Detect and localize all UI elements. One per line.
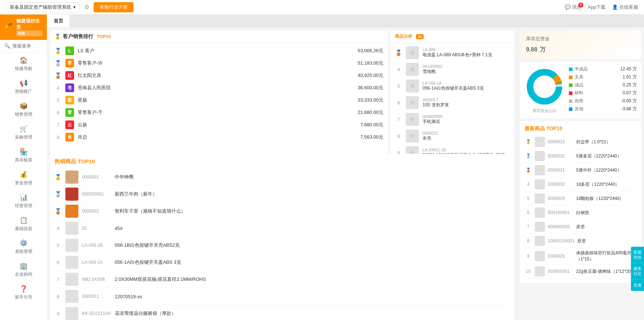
main-layout: 🍊 畅捷通好生意 标版 🔍 搜索菜单 🏠 快捷导航 📢 营销推广 📦 销售管理 … (0, 15, 644, 320)
inventory-icon: 🏪 (20, 148, 28, 156)
legend-dot (569, 67, 572, 71)
list-item: 🥇 0000033 封边带（1.0*22） (525, 135, 637, 149)
list-item: 5 LA-056-1B 056-1B白色按键开关壳ABS2克 (54, 237, 510, 254)
product-mid-ranking: 商品分析 Ai 🥉 图 LA-089 电池盖 LA-089 ABS本色+黑种 7… (391, 30, 514, 154)
table-row: 6 零 零售客户-于 21,680.00元 (50, 106, 388, 119)
sidebar-item-system[interactable]: ⚙️ 系统管理 (0, 235, 47, 258)
legend-item: 半成品 12.45 万 (569, 66, 637, 72)
app-download-btn[interactable]: App下载 (588, 4, 606, 11)
tabs-bar: 首页 (47, 15, 644, 28)
sidebar-search[interactable]: 🔍 搜索菜单 (0, 40, 47, 53)
float-btn-live[interactable]: 直播 (631, 280, 644, 291)
float-btn-service[interactable]: 客服热线 (631, 247, 644, 263)
table-row: 4 图 001000002 雪地靴 (391, 61, 514, 78)
donut-chart (525, 67, 564, 107)
product-thumb (535, 208, 545, 218)
guide-icon: ❓ (20, 285, 28, 293)
sidebar-item-finance[interactable]: 💰 资金管理 (0, 167, 47, 190)
list-item: 7 NB2.0X30B 2.0X30MM双搓花轴,搓花直径2.1MM/ROHS (54, 271, 510, 288)
basic-icon: 📋 (20, 216, 28, 224)
notification-btn[interactable]: 💬 消息 6 (565, 4, 582, 11)
sidebar-item-label: 采购管理 (15, 134, 32, 140)
chart-label: 库存资金占比 (533, 108, 557, 114)
sidebar-item-marketing[interactable]: 📢 营销推广 (0, 75, 47, 98)
inventory-total: 库存总资金 9.88 万 (520, 30, 641, 59)
right-panel: 库存总资金 9.88 万 (517, 28, 644, 320)
sidebar-item-enterprise[interactable]: 🏢 企业协同 (0, 258, 47, 281)
legend-item: 文具 1.01 万 (569, 74, 637, 80)
float-btn-community[interactable]: 服务社区 (631, 263, 644, 280)
legend-item: 材料 0.07 万 (569, 90, 637, 96)
product-thumb: 图 (406, 63, 419, 76)
product-thumb (535, 222, 545, 232)
system-select[interactable]: 装备及固定资产辅助管理系统 ▾ (6, 2, 80, 12)
product-mid-ranking-list: 🥉 图 LA-089 电池盖 LA-089 ABS本色+黑种 7.1克 4 图 (391, 43, 514, 154)
table-row: 9 图 LA-59651-1B 59651-1B旋转投影灯电池盒ABS黑色+58… (391, 144, 514, 154)
list-item: 🥉 0000031 5厘中纤（1220*2440） (525, 163, 637, 177)
product-thumb (535, 151, 545, 161)
product-thumb: 图 (406, 130, 419, 143)
content: 首页 🏅 客户销售排行 TOP10 (47, 15, 644, 320)
settings-icon[interactable]: ⚙ (84, 4, 89, 11)
sidebar-item-sales[interactable]: 📦 销售管理 (0, 98, 47, 121)
sidebar-item-guide[interactable]: ❓ 新手引导 (0, 281, 47, 304)
sidebar-item-basic[interactable]: 📋 基础信息 (0, 213, 47, 235)
rank-medal-2: 🥈 (54, 60, 62, 67)
logo-badge: 标版 (16, 30, 42, 36)
tab-home[interactable]: 首页 (47, 15, 70, 27)
list-item: 10 003800001 22g鱼豆腐-烧烤味（1*12*20） (525, 264, 637, 279)
product-thumb (65, 307, 78, 320)
sidebar-item-label: 快捷导航 (15, 66, 32, 72)
list-item: 6 004100001 白钢垫 (525, 206, 637, 220)
topbar-right: 💬 消息 6 App下载 👤 在线客服 (565, 4, 638, 11)
product-thumb: 图 (406, 146, 419, 154)
list-item: 7 000800008 原垄 (525, 220, 637, 234)
table-row: 🥈 零 零售客户-许 51,183.00元 (50, 57, 388, 69)
sidebar-item-label: 经营管理 (15, 203, 32, 209)
latest-products-section: 最新商品 TOP10 🥇 0000033 封边带（1.0*22） 🥈 00000… (520, 121, 641, 283)
sidebar-item-label: 营销推广 (15, 89, 32, 95)
table-row: 6 图 0000017 10S 变刹罗浆 (391, 94, 514, 111)
customer-ranking-title: 🏅 客户销售排行 TOP10 (50, 30, 388, 43)
purchase-icon: 🛒 (20, 125, 28, 133)
system-icon: ⚙️ (20, 239, 28, 247)
chevron-down-icon: ▾ (73, 4, 76, 10)
list-item: 5 0000029 18颗粒板（1220*2440） (525, 192, 637, 206)
system-name: 装备及固定资产辅助管理系统 (10, 4, 71, 11)
table-row: 7 图 000800005 手机测试 (391, 111, 514, 128)
sidebar-item-purchase[interactable]: 🛒 采购管理 (0, 121, 47, 144)
list-item: 4 01 45# (54, 220, 510, 237)
logo-text: 畅捷通好生意 (16, 18, 42, 30)
legend-dot (569, 99, 572, 103)
sidebar-item-inventory[interactable]: 🏪 库存核算 (0, 144, 47, 167)
legend-dot (569, 91, 572, 95)
product-thumb (65, 188, 78, 201)
sidebar: 🍊 畅捷通好生意 标版 🔍 搜索菜单 🏠 快捷导航 📢 营销推广 📦 销售管理 … (0, 15, 47, 320)
svg-point-1 (530, 72, 559, 101)
notification-badge: 6 (578, 3, 583, 8)
rank-medal: 🥈 (54, 191, 62, 198)
medal-icon: 🏅 (54, 34, 61, 40)
sidebar-item-label: 基础信息 (15, 226, 32, 232)
avatar: 肖 (65, 133, 74, 141)
sidebar-item-label: 销售管理 (15, 111, 32, 118)
product-mid-ranking-title: 商品分析 Ai (391, 30, 514, 43)
product-thumb: 图 (406, 46, 419, 59)
list-item: 9 0000028 体娣嘉枝味苏打饮品400毫升（1*15） (525, 248, 637, 264)
product-thumb (535, 165, 545, 175)
online-service-btn[interactable]: 👤 在线客服 (612, 4, 638, 11)
customer-ranking-list: 🥇 L LS 客户 53,006.26元 🥈 零 零售客户-许 51,183.0… (50, 43, 388, 145)
table-row: 7 云 云扬 7,680.00元 (50, 119, 388, 131)
sidebar-item-quick-nav[interactable]: 🏠 快捷导航 (0, 53, 47, 75)
product-thumb (535, 193, 545, 204)
sidebar-item-operations[interactable]: 📊 经营管理 (0, 190, 47, 213)
table-row: 4 苍 苍南县人民医院 36,600.00元 (50, 82, 388, 94)
trial-btn[interactable]: 体验行业方案 (94, 2, 134, 12)
rank-medal: 🥇 (54, 174, 62, 181)
avatar: 星 (65, 96, 74, 104)
product-thumb (535, 179, 545, 189)
product-thumb (535, 266, 545, 276)
operations-icon: 📊 (20, 193, 28, 201)
hot-products-section: 热销商品 TOP10 🥇 0000001 中华神鹰 🥈 000500001 新西… (50, 154, 514, 320)
product-thumb: 图 (406, 79, 419, 93)
